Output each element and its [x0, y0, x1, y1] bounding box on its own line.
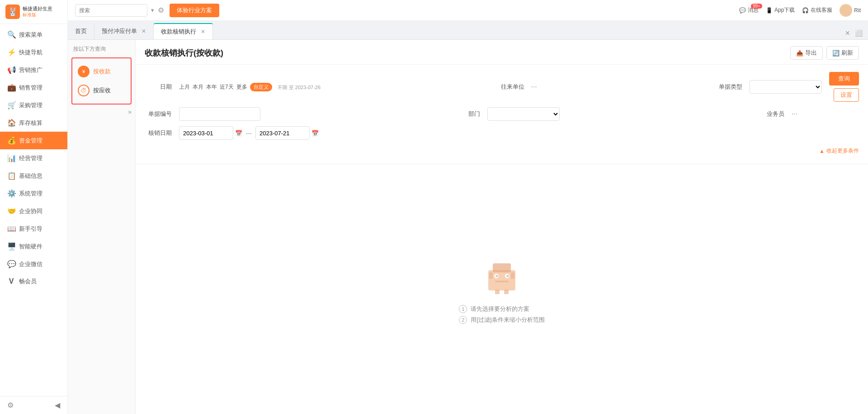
date-custom-badge[interactable]: 自定义 — [250, 83, 272, 91]
app-logo: 🐰 畅捷通好生意 标准版 — [0, 0, 67, 24]
tab-home-label: 首页 — [75, 27, 87, 35]
purchase-icon: 🛒 — [7, 101, 15, 109]
header-actions: 💬 消息 99+ 📱 App下载 🎧 在线客服 Rit — [739, 4, 861, 17]
date-shortcut-this-month[interactable]: 本月 — [193, 83, 203, 91]
sidebar-item-management[interactable]: 📊 经营管理 — [0, 149, 67, 167]
app-download-button[interactable]: 📱 App下载 — [766, 6, 795, 14]
sidebar-item-quick-nav[interactable]: ⚡ 快捷导航 — [0, 43, 67, 61]
sidebar-item-wechat[interactable]: 💬 企业微信 — [0, 255, 67, 273]
btn-group-right: 查询 设置 — [829, 72, 859, 102]
avatar — [840, 4, 852, 17]
sidebar-label-finance: 资金管理 — [19, 137, 42, 145]
page-header: 收款核销执行(按收款) 📤 导出 🔄 刷新 — [136, 40, 868, 65]
filter-option-by-receivable[interactable]: ⏱ 按应收 — [76, 81, 127, 100]
tip-text-1: 请先选择要分析的方案 — [471, 305, 529, 313]
message-icon: 💬 — [739, 7, 746, 14]
staff-dots[interactable]: ··· — [792, 110, 797, 118]
date-shortcut-7days[interactable]: 近7天 — [220, 83, 234, 91]
sidebar-menu: 🔍 搜索菜单 ⚡ 快捷导航 📢 营销推广 💼 销售管理 🛒 采购管理 🏠 库存核… — [0, 24, 67, 396]
empty-state: 1 请先选择要分析的方案 2 用[过滤]条件来缩小分析范围 — [136, 164, 868, 414]
date-shortcut-more[interactable]: 更多 — [236, 83, 247, 91]
date-shortcut-this-year[interactable]: 本年 — [206, 83, 217, 91]
settings-button[interactable]: 设置 — [834, 88, 859, 102]
tip-num-1: 1 — [459, 305, 467, 313]
sidebar-item-inventory[interactable]: 🏠 库存核算 — [0, 114, 67, 132]
logo-icon: 🐰 — [5, 5, 20, 19]
verify-date-start[interactable] — [179, 126, 233, 140]
sidebar-label-basic: 基础信息 — [19, 172, 42, 180]
collapse-panel-btn[interactable]: » — [71, 108, 132, 115]
counterparty-dots[interactable]: ··· — [531, 83, 537, 91]
sidebar-item-collab[interactable]: 🤝 企业协同 — [0, 202, 67, 220]
query-button[interactable]: 查询 — [829, 72, 859, 86]
tab-bar: 首页 预付冲应付单 ✕ 收款核销执行 ✕ ✕ ⬜ — [68, 21, 868, 40]
filter-panel: 按以下方查询 ¥ 按收款 ⏱ 按应收 » — [68, 40, 136, 414]
collapse-more-button[interactable]: ▲ 收起更多条件 — [819, 147, 859, 155]
sidebar-item-basic[interactable]: 📋 基础信息 — [0, 167, 67, 185]
page-actions: 📤 导出 🔄 刷新 — [790, 46, 859, 60]
inventory-icon: 🏠 — [7, 119, 15, 127]
wechat-icon: 💬 — [7, 260, 15, 268]
export-label: 导出 — [805, 49, 817, 57]
dept-select[interactable] — [487, 107, 560, 121]
sidebar-item-search[interactable]: 🔍 搜索菜单 — [0, 26, 67, 43]
tip-text-2: 用[过滤]条件来缩小分析范围 — [471, 316, 544, 324]
user-menu[interactable]: Rit — [840, 4, 861, 17]
bill-no-input[interactable] — [179, 107, 260, 121]
tab-receivable-close[interactable]: ✕ — [201, 29, 205, 35]
online-service-label: 在线客服 — [811, 6, 832, 14]
bill-no-label: 单据编号 — [145, 110, 172, 118]
sidebar-item-purchase[interactable]: 🛒 采购管理 — [0, 96, 67, 114]
refresh-button[interactable]: 🔄 刷新 — [826, 46, 859, 60]
sidebar-item-member[interactable]: V 畅会员 — [0, 273, 67, 290]
sidebar-label-wechat: 企业微信 — [19, 260, 42, 268]
tab-receivable-label: 收款核销执行 — [161, 28, 196, 36]
svg-rect-10 — [504, 290, 509, 294]
close-tab-icon[interactable]: ✕ — [845, 29, 850, 37]
tab-home[interactable]: 首页 — [68, 23, 94, 39]
message-button[interactable]: 💬 消息 99+ — [739, 6, 759, 14]
sidebar-item-marketing[interactable]: 📢 营销推广 — [0, 61, 67, 79]
tab-receivable[interactable]: 收款核销执行 ✕ — [154, 23, 213, 39]
verify-date-end[interactable] — [255, 126, 310, 140]
svg-point-4 — [496, 275, 498, 277]
date-shortcuts: 上月 本月 本年 近7天 更多 自定义 不限 至 2023-07-26 — [179, 83, 321, 91]
search-input[interactable] — [75, 4, 147, 17]
headset-icon: 🎧 — [802, 7, 809, 14]
expand-tab-icon[interactable]: ⬜ — [855, 29, 863, 37]
date-shortcut-last-month[interactable]: 上月 — [179, 83, 190, 91]
sidebar-item-sales[interactable]: 💼 销售管理 — [0, 79, 67, 96]
calendar-end-icon[interactable]: 📅 — [311, 130, 319, 137]
filter-option-by-receipt[interactable]: ¥ 按收款 — [76, 62, 127, 81]
online-service-button[interactable]: 🎧 在线客服 — [802, 6, 832, 14]
tab-prepay[interactable]: 预付冲应付单 ✕ — [94, 23, 154, 39]
gear-icon[interactable]: ⚙ — [158, 6, 164, 14]
bill-type-select[interactable] — [750, 80, 822, 94]
tab-prepay-close[interactable]: ✕ — [142, 28, 146, 34]
calendar-start-icon[interactable]: 📅 — [235, 130, 242, 137]
message-badge: 99+ — [751, 4, 762, 9]
sidebar-item-finance[interactable]: 💰 资金管理 — [0, 132, 67, 149]
empty-tips: 1 请先选择要分析的方案 2 用[过滤]条件来缩小分析范围 — [459, 305, 544, 324]
sidebar-label-guide: 新手引导 — [19, 225, 42, 233]
export-button[interactable]: 📤 导出 — [790, 46, 823, 60]
sidebar-label-search: 搜索菜单 — [19, 31, 42, 39]
sidebar-label-collab: 企业协同 — [19, 207, 42, 215]
filter-label-receipt: 按收款 — [93, 67, 111, 76]
tab-bar-actions: ✕ ⬜ — [845, 29, 863, 37]
sidebar-item-hardware[interactable]: 🖥️ 智能硬件 — [0, 238, 67, 255]
dropdown-icon[interactable]: ▾ — [151, 7, 154, 14]
sidebar-item-guide[interactable]: 📖 新手引导 — [0, 220, 67, 238]
main: ▾ ⚙ 体验行业方案 💬 消息 99+ 📱 App下载 🎧 在线客服 Rit — [68, 0, 868, 414]
header-search: ▾ ⚙ — [75, 4, 164, 17]
date-dash: — — [246, 130, 252, 137]
settings-icon[interactable]: ⚙ — [7, 401, 14, 409]
collapse-sidebar-icon[interactable]: ◀ — [55, 401, 60, 409]
app-name: 畅捷通好生意 — [23, 5, 52, 12]
app-edition: 标准版 — [23, 12, 52, 18]
svg-rect-7 — [489, 272, 493, 279]
collapse-label: 收起更多条件 — [826, 147, 859, 155]
sidebar-item-system[interactable]: ⚙️ 系统管理 — [0, 185, 67, 202]
management-icon: 📊 — [7, 154, 15, 162]
industry-solution-button[interactable]: 体验行业方案 — [170, 4, 219, 17]
